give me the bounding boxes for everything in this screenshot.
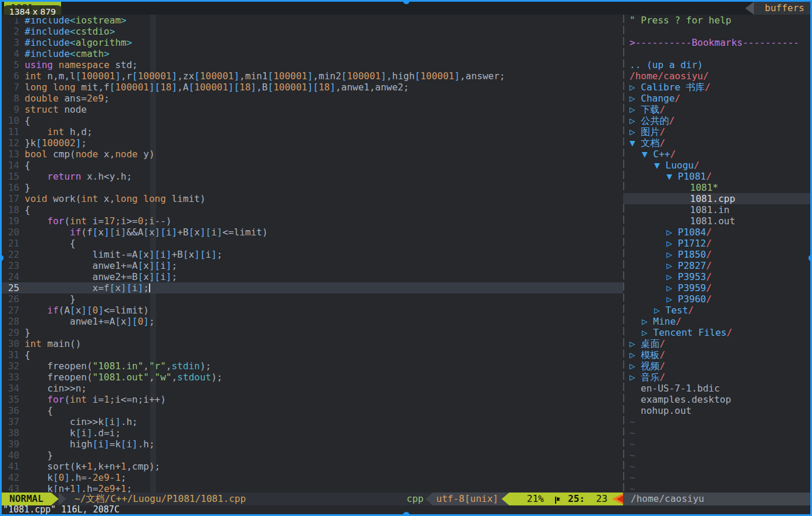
tree-row[interactable]: ▷ 音乐/ [623, 372, 810, 383]
tree-row[interactable]: ▼ P1081/ [623, 171, 810, 182]
tree-row[interactable]: ▷ Test/ [623, 305, 810, 316]
folder-closed-icon[interactable]: ▷ [666, 294, 678, 305]
code-line[interactable]: 28 anwe1+=A[x][0]; [2, 316, 623, 327]
code-line[interactable]: 10{ [2, 115, 623, 126]
code-line[interactable]: 40 } [2, 450, 623, 461]
folder-closed-icon[interactable]: ▷ [630, 349, 641, 360]
code-line[interactable]: 20 if(f[x][i]&&A[x][i]+B[x][i]<=limit) [2, 227, 623, 238]
code-line[interactable]: 42 k[0].h=-2e9-1; [2, 472, 623, 483]
tree-row[interactable]: examples.desktop [623, 394, 810, 405]
code-line[interactable]: 19 for(int i=17;i>=0;i--) [2, 215, 623, 227]
code-line[interactable]: 7long long mit,f[100001][18],A[100001][1… [2, 82, 623, 93]
tree-row[interactable]: ▷ P1084/ [623, 227, 810, 238]
code-line[interactable]: 8double ans=2e9; [2, 93, 623, 104]
tree-row[interactable]: ▷ P3959/ [623, 282, 810, 294]
folder-open-icon[interactable]: ▼ [654, 160, 665, 171]
folder-closed-icon[interactable]: ▷ [630, 338, 641, 349]
code-line[interactable]: 9struct node [2, 104, 623, 115]
code-line[interactable]: 15 return x.h<y.h; [2, 171, 623, 182]
code-line[interactable]: 18{ [2, 204, 623, 215]
folder-closed-icon[interactable]: ▷ [666, 238, 678, 249]
code-line[interactable]: 30int main() [2, 338, 623, 349]
tree-row[interactable]: ▷ 图片/ [623, 126, 810, 137]
code-line[interactable]: 38 k[i].d=i; [2, 427, 623, 439]
code-line[interactable]: 1#include<iostream> [2, 15, 623, 26]
code-line[interactable]: 29} [2, 327, 623, 338]
tree-row[interactable]: nohup.out [623, 405, 810, 416]
tree-row[interactable]: ▷ P2827/ [623, 260, 810, 271]
code-line[interactable]: 26 } [2, 294, 623, 305]
code-line[interactable]: 43 k[n+1].h=2e9+1; [2, 483, 623, 493]
code-line[interactable]: 12}k[100002]; [2, 137, 623, 149]
tree-row[interactable]: ~ [623, 461, 810, 472]
folder-closed-icon[interactable]: ▷ [630, 115, 641, 126]
tree-row[interactable]: ▷ P3960/ [623, 294, 810, 305]
file-tree-window[interactable]: " Press ? for help>----------Bookmarks--… [623, 15, 810, 493]
tree-row[interactable]: ~ [623, 427, 810, 439]
tree-row-selected[interactable]: 1081.cpp [623, 193, 810, 204]
code-line[interactable]: 27 if(A[x][0]<=limit) [2, 305, 623, 316]
code-line[interactable]: 32 freopen("1081.in","r",stdin); [2, 360, 623, 372]
tree-row[interactable]: ▷ P1712/ [623, 238, 810, 249]
folder-closed-icon[interactable]: ▷ [642, 316, 653, 327]
folder-closed-icon[interactable]: ▷ [666, 227, 678, 238]
tree-row[interactable]: ▷ 视频/ [623, 360, 810, 372]
tree-row[interactable]: ▷ Mine/ [623, 316, 810, 327]
folder-closed-icon[interactable]: ▷ [654, 305, 665, 316]
folder-closed-icon[interactable]: ▷ [630, 104, 641, 115]
selection-handle-bottom[interactable] [403, 512, 410, 516]
tree-row[interactable]: en-US-7-1.bdic [623, 383, 810, 394]
tree-row[interactable]: 1081* [623, 182, 810, 193]
code-line[interactable]: 31{ [2, 349, 623, 360]
folder-closed-icon[interactable]: ▷ [630, 93, 641, 104]
code-line[interactable]: 25 x=f[x][i]; [2, 282, 623, 294]
tree-row[interactable]: ~ [623, 472, 810, 483]
folder-open-icon[interactable]: ▼ [630, 137, 641, 149]
code-line[interactable]: 23 anwe1+=A[x][i]; [2, 260, 623, 271]
folder-closed-icon[interactable]: ▷ [642, 327, 653, 338]
code-line[interactable]: 34 cin>>n; [2, 383, 623, 394]
code-line[interactable]: 6int n,m,l[100001],r[100001],zx[100001],… [2, 70, 623, 82]
code-line[interactable]: 2#include<cstdio> [2, 26, 623, 37]
tree-row[interactable]: ▼ C++/ [623, 149, 810, 160]
folder-closed-icon[interactable]: ▷ [666, 249, 678, 260]
folder-closed-icon[interactable]: ▷ [630, 82, 641, 93]
code-line[interactable]: 33 freopen("1081.out","w",stdout); [2, 372, 623, 383]
tree-row[interactable]: ~ [623, 450, 810, 461]
code-line[interactable]: 22 limit-=A[x][i]+B[x][i]; [2, 249, 623, 260]
code-line[interactable]: 4#include<cmath> [2, 48, 623, 59]
code-line[interactable]: 14{ [2, 160, 623, 171]
code-line[interactable]: 35 for(int i=1;i<=n;i++) [2, 394, 623, 405]
folder-closed-icon[interactable]: ▷ [630, 126, 641, 137]
tree-row[interactable]: 1081.in [623, 204, 810, 215]
code-line[interactable]: 17void work(int x,long long limit) [2, 193, 623, 204]
tree-row[interactable]: ▼ Luogu/ [623, 160, 810, 171]
tree-row[interactable]: .. (up a dir) [623, 59, 810, 70]
folder-closed-icon[interactable]: ▷ [666, 282, 678, 294]
tree-row[interactable]: >----------Bookmarks---------- [623, 37, 810, 48]
tree-row[interactable] [623, 48, 810, 59]
folder-closed-icon[interactable]: ▷ [666, 260, 678, 271]
tree-row[interactable] [623, 26, 810, 37]
tree-row[interactable]: /home/caosiyu/ [623, 70, 810, 82]
tree-row[interactable]: ▷ Calibre 书库/ [623, 82, 810, 93]
tree-row[interactable]: ~ [623, 483, 810, 493]
folder-open-icon[interactable]: ▼ [666, 171, 678, 182]
tree-row[interactable]: ▷ 公共的/ [623, 115, 810, 126]
code-line[interactable]: 24 anwe2+=B[x][i]; [2, 271, 623, 282]
tree-row[interactable]: ~ [623, 439, 810, 450]
code-line[interactable]: 39 high[i]=k[i].h; [2, 439, 623, 450]
code-line[interactable]: 37 cin>>k[i].h; [2, 416, 623, 427]
folder-closed-icon[interactable]: ▷ [630, 360, 641, 372]
code-line[interactable]: 5using namespace std; [2, 59, 623, 70]
code-line[interactable]: 16} [2, 182, 623, 193]
folder-closed-icon[interactable]: ▷ [630, 372, 641, 383]
tree-row[interactable]: ▷ 模板/ [623, 349, 810, 360]
tree-row[interactable]: " Press ? for help [623, 15, 810, 26]
code-window[interactable]: 1#include<iostream>2#include<cstdio>3#in… [2, 15, 623, 493]
tree-row[interactable]: ▷ P3953/ [623, 271, 810, 282]
code-line[interactable]: 21 { [2, 238, 623, 249]
code-line[interactable]: 3#include<algorithm> [2, 37, 623, 48]
selection-handle-right[interactable] [808, 255, 812, 261]
tree-row[interactable]: ▷ P1850/ [623, 249, 810, 260]
